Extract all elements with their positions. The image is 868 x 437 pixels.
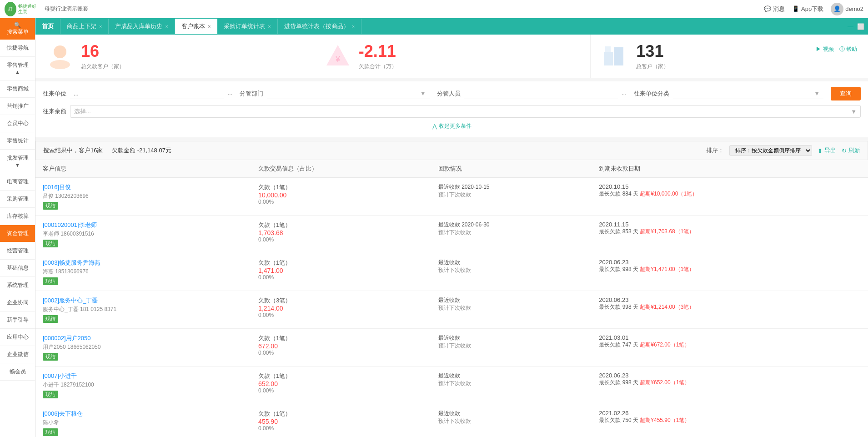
dept-dropdown-icon[interactable]: ▼ [420, 90, 426, 97]
debt-count-3: 欠款（3笔） [258, 296, 424, 305]
debt-amount-2[interactable]: 1,471.00 [258, 267, 424, 274]
unit-category-dropdown-icon[interactable]: ▼ [814, 90, 820, 97]
debt-pct-3: 0.00% [258, 312, 424, 318]
debt-amount-6[interactable]: 455.90 [258, 418, 424, 425]
maximize-icon[interactable]: ⬜ [857, 23, 864, 30]
close-tab-purchase-stats[interactable]: × [268, 24, 271, 29]
sidebar-item-corp-wechat[interactable]: 企业微信 [0, 346, 35, 363]
close-tab-production-history[interactable]: × [165, 24, 168, 29]
cell-due-date-0: 2020.10.15 最长欠款 884 天 超期¥10,000.00（1笔） [592, 178, 868, 216]
debt-amount-3[interactable]: 1,214.00 [258, 305, 424, 312]
cell-customer-info-5: [0007]小进千 小进千 18279152100 现结 [35, 367, 251, 404]
sidebar-item-retail-mgmt[interactable]: 零售管理 ▲ [0, 57, 35, 80]
search-menu-btn[interactable]: 🔍 搜索菜单 [0, 18, 35, 40]
sort-select[interactable]: 排序：按欠款金额倒序排序 [729, 145, 812, 156]
sidebar-item-purchase-mgmt[interactable]: 采购管理 [0, 191, 35, 208]
sidebar-item-app-center[interactable]: 应用中心 [0, 329, 35, 346]
svg-point-1 [50, 60, 70, 69]
balance-dropdown-icon[interactable]: ▼ [851, 108, 857, 115]
overdue-amount-3[interactable]: 超期¥1,214.00（3笔） [640, 304, 694, 310]
sidebar-item-newbie[interactable]: 新手引导 [0, 311, 35, 329]
overdue-amount-5[interactable]: 超期¥652.00（1笔） [640, 379, 690, 386]
close-tab-product-listing[interactable]: × [99, 24, 102, 29]
next-collect-6: 预计下次收款 [438, 417, 585, 425]
sidebar-item-member-center[interactable]: 会员中心 [0, 115, 35, 132]
debt-amount-4[interactable]: 672.00 [258, 342, 424, 350]
minimize-icon[interactable]: — [848, 23, 853, 30]
customer-name-1[interactable]: [0001020001]李老师 [43, 221, 244, 229]
sidebar-item-retail-stats[interactable]: 零售统计 [0, 132, 35, 150]
overdue-amount-6[interactable]: 超期¥455.90（1笔） [640, 417, 690, 423]
from-unit-dots[interactable]: ··· [227, 90, 232, 97]
last-collect-3: 最近收款 [438, 296, 585, 304]
customer-name-2[interactable]: [0003]畅捷服务尹海燕 [43, 259, 244, 267]
query-button[interactable]: 查询 [831, 87, 861, 100]
sidebar-item-batch-mgmt[interactable]: 批发管理 ▼ [0, 150, 35, 173]
tab-home[interactable]: 首页 [35, 19, 60, 34]
sidebar-item-basic-info[interactable]: 基础信息 [0, 260, 35, 277]
tab-right-controls: — ⬜ [844, 23, 868, 30]
debt-amount-1[interactable]: 1,703.68 [258, 229, 424, 236]
customer-name-6[interactable]: [0006]去下粮仓 [43, 410, 244, 418]
cell-debt-info-3: 欠款（3笔） 1,214.00 0.00% [251, 291, 431, 329]
person-input[interactable] [464, 88, 618, 99]
sidebar-item-quick-nav[interactable]: 快捷导航 [0, 40, 35, 57]
close-tab-purchase-product-stats[interactable]: × [352, 24, 355, 29]
sidebar-item-marketing[interactable]: 营销推广 [0, 98, 35, 115]
user-menu[interactable]: 👤 demo2 [831, 3, 863, 15]
overdue-amount-0[interactable]: 超期¥10,000.00（1笔） [640, 191, 697, 197]
cell-collection-2: 最近收款 预计下次收款 [431, 253, 592, 291]
customer-name-5[interactable]: [0007]小进千 [43, 372, 244, 380]
debt-amount-5[interactable]: 652.00 [258, 380, 424, 387]
tab-product-listing[interactable]: 商品上下架 × [60, 19, 109, 34]
refresh-btn[interactable]: ↻ 刷新 [842, 146, 860, 155]
search-icon: 🔍 [2, 22, 33, 28]
customer-tag-5: 现结 [43, 391, 58, 398]
message-btn[interactable]: 💬 消息 [764, 5, 785, 13]
tab-production-history[interactable]: 产成品入库单历史 × [109, 19, 175, 34]
col-customer-info: 客户信息 [35, 160, 251, 178]
sidebar-item-biz-mgmt[interactable]: 经营管理 [0, 242, 35, 260]
app-download-btn[interactable]: 📱 App下载 [792, 5, 823, 13]
table-row: [0006]去下粮仓 陈小希 现结 欠款（1笔） 455.90 0.00% 最近… [35, 404, 868, 437]
tab-purchase-product-stats[interactable]: 进货单统计表（按商品） × [278, 19, 361, 34]
results-info: 搜索结果中，客户16家 欠款金额 -21,148.07元 [43, 146, 171, 155]
person-dots[interactable]: ··· [622, 90, 627, 97]
debt-amount-0[interactable]: 10,000.00 [258, 191, 424, 199]
tab-customer-account[interactable]: 客户账本 × [175, 19, 217, 34]
sidebar-item-sys-mgmt[interactable]: 系统管理 [0, 277, 35, 294]
sidebar-item-enterprise[interactable]: 企业协同 [0, 294, 35, 311]
from-unit-input[interactable] [70, 88, 224, 99]
tab-purchase-stats[interactable]: 采购订单统计表 × [217, 19, 277, 34]
cell-debt-info-5: 欠款（1笔） 652.00 0.00% [251, 367, 431, 404]
overdue-amount-1[interactable]: 超期¥1,703.68（1笔） [640, 228, 694, 235]
svg-rect-5 [614, 47, 623, 65]
sidebar-item-vip-member[interactable]: 畅会员 [0, 363, 35, 381]
person-label: 分管人员 [437, 90, 461, 98]
customer-contact-6: 陈小希 [43, 419, 244, 427]
cell-customer-info-4: [000002]用户2050 用户2050 18665062050 现结 [35, 329, 251, 367]
table-row: [0007]小进千 小进千 18279152100 现结 欠款（1笔） 652.… [35, 367, 868, 404]
help-link[interactable]: ⓘ 帮助 [839, 45, 857, 53]
overdue-amount-4[interactable]: 超期¥672.00（1笔） [640, 342, 690, 348]
sidebar-item-finance-mgmt[interactable]: 资金管理 [0, 225, 35, 242]
customer-name-4[interactable]: [000002]用户2050 [43, 334, 244, 342]
sidebar-item-inventory[interactable]: 库存核算 [0, 208, 35, 225]
close-tab-customer-account[interactable]: × [208, 24, 211, 29]
customer-tag-2: 现结 [43, 277, 58, 285]
stat-card-debt-total: ¥ -2.11 欠款合计（万） [313, 35, 591, 78]
debt-pct-1: 0.00% [258, 236, 424, 243]
total-customers-label: 总客户（家） [636, 63, 669, 70]
sidebar-item-retail-mall[interactable]: 零售商城 [0, 80, 35, 98]
customer-name-3[interactable]: [0002]服务中心_丁磊 [43, 296, 244, 305]
sidebar-item-ecom-mgmt[interactable]: 电商管理 [0, 173, 35, 191]
video-link[interactable]: ▶ 视频 [816, 45, 833, 53]
cell-due-date-6: 2021.02.26 最长欠款 750 天 超期¥455.90（1笔） [592, 404, 868, 437]
table-row: [0001020001]李老师 李老师 18600391516 现结 欠款（1笔… [35, 216, 868, 253]
collapse-filters-btn[interactable]: ⋀ 收起更多条件 [43, 122, 861, 130]
overdue-amount-2[interactable]: 超期¥1,471.00（1笔） [640, 266, 694, 272]
customer-name-0[interactable]: [0016]吕俊 [43, 183, 244, 191]
store-selector[interactable]: 母婴行业演示账套 [45, 5, 88, 13]
logo-area: 好 畅捷通好生意 [5, 2, 40, 16]
export-btn[interactable]: ⬆ 导出 [818, 146, 836, 155]
